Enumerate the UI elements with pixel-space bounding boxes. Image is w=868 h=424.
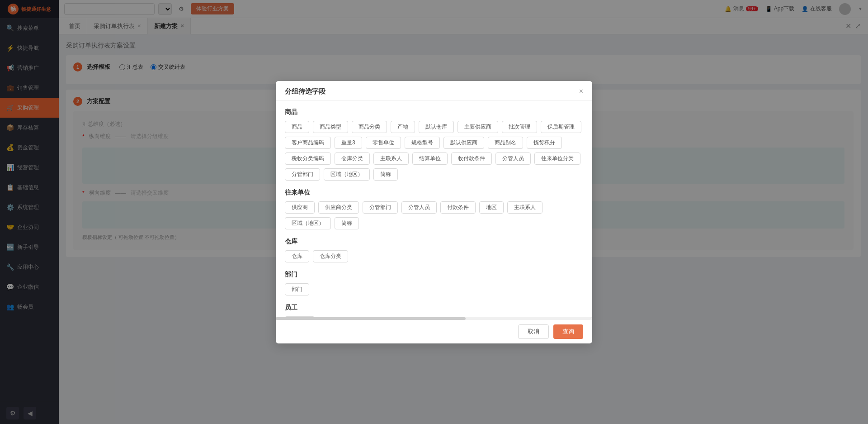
field-tag-0-21[interactable]: 往来单位分类 (534, 152, 580, 165)
modal-header: 分组待选字段 × (276, 81, 592, 101)
field-tag-1-4[interactable]: 付款条件 (440, 201, 476, 214)
field-tag-3-0[interactable]: 部门 (285, 283, 309, 295)
field-group-2: 仓库仓库仓库分类 (285, 238, 583, 262)
field-tag-1-6[interactable]: 主联系人 (507, 201, 542, 214)
field-tag-0-17[interactable]: 主联系人 (373, 152, 409, 165)
field-group-title-1: 往来单位 (285, 189, 583, 197)
field-tag-0-15[interactable]: 税收分类编码 (285, 152, 331, 165)
field-tags-2: 仓库仓库分类 (285, 250, 583, 262)
field-tag-2-1[interactable]: 仓库分类 (313, 250, 348, 262)
modal-scroll-track (276, 317, 592, 319)
modal-scroll-thumb (276, 317, 466, 320)
field-tag-1-3[interactable]: 分管人员 (401, 201, 437, 214)
field-tag-0-1[interactable]: 商品类型 (313, 121, 348, 133)
field-group-1: 往来单位供应商供应商分类分管部门分管人员付款条件地区主联系人区域（地区）简称 (285, 189, 583, 229)
field-select-modal: 分组待选字段 × 商品商品商品类型商品分类产地默认仓库主要供应商批次管理保质期管… (276, 81, 592, 343)
field-group-title-4: 员工 (285, 304, 583, 312)
field-tag-0-5[interactable]: 主要供应商 (458, 121, 498, 133)
field-group-0: 商品商品商品类型商品分类产地默认仓库主要供应商批次管理保质期管理客户商品编码重量… (285, 108, 583, 181)
field-tag-0-16[interactable]: 仓库分类 (335, 152, 370, 165)
field-tag-0-10[interactable]: 零售单位 (366, 137, 401, 149)
field-group-4: 员工业务员 (285, 304, 583, 317)
modal-close-btn[interactable]: × (579, 88, 583, 95)
field-group-title-3: 部门 (285, 271, 583, 279)
modal-body: 商品商品商品类型商品分类产地默认仓库主要供应商批次管理保质期管理客户商品编码重量… (276, 101, 592, 317)
confirm-button[interactable]: 查询 (553, 324, 583, 339)
field-tag-1-8[interactable]: 简称 (335, 217, 359, 229)
field-tags-3: 部门 (285, 283, 583, 295)
field-tag-0-8[interactable]: 客户商品编码 (285, 137, 331, 149)
field-tag-2-0[interactable]: 仓库 (285, 250, 309, 262)
field-tag-0-22[interactable]: 分管部门 (285, 168, 320, 181)
field-group-title-2: 仓库 (285, 238, 583, 246)
field-tag-0-19[interactable]: 收付款条件 (451, 152, 492, 165)
field-tags-0: 商品商品类型商品分类产地默认仓库主要供应商批次管理保质期管理客户商品编码重量3零… (285, 121, 583, 181)
field-tag-0-20[interactable]: 分管人员 (495, 152, 531, 165)
field-tag-1-1[interactable]: 供应商分类 (318, 201, 359, 214)
field-tag-0-11[interactable]: 规格型号 (405, 137, 440, 149)
field-tag-0-2[interactable]: 商品分类 (352, 121, 387, 133)
field-group-3: 部门部门 (285, 271, 583, 295)
field-group-title-0: 商品 (285, 108, 583, 116)
modal-footer: 取消 查询 (276, 319, 592, 343)
field-tag-0-24[interactable]: 简称 (373, 168, 398, 181)
field-tag-0-7[interactable]: 保质期管理 (541, 121, 581, 133)
field-tag-1-5[interactable]: 地区 (479, 201, 504, 214)
cancel-button[interactable]: 取消 (518, 324, 549, 339)
field-tag-0-4[interactable]: 默认仓库 (419, 121, 454, 133)
field-tag-1-0[interactable]: 供应商 (285, 201, 315, 214)
field-tags-1: 供应商供应商分类分管部门分管人员付款条件地区主联系人区域（地区）简称 (285, 201, 583, 229)
field-tag-0-12[interactable]: 默认供应商 (443, 137, 484, 149)
field-tag-1-7[interactable]: 区域（地区） (285, 217, 331, 229)
modal-title: 分组待选字段 (285, 87, 326, 96)
modal-backdrop[interactable]: 分组待选字段 × 商品商品商品类型商品分类产地默认仓库主要供应商批次管理保质期管… (0, 0, 868, 424)
field-tag-0-18[interactable]: 结算单位 (412, 152, 448, 165)
field-tag-0-13[interactable]: 商品别名 (488, 137, 523, 149)
field-tag-0-0[interactable]: 商品 (285, 121, 309, 133)
field-tag-0-3[interactable]: 产地 (391, 121, 415, 133)
field-tag-0-6[interactable]: 批次管理 (502, 121, 537, 133)
field-tag-0-23[interactable]: 区域（地区） (324, 168, 370, 181)
field-tag-0-14[interactable]: 拣货积分 (527, 137, 562, 149)
field-tag-0-9[interactable]: 重量3 (335, 137, 362, 149)
field-tag-1-2[interactable]: 分管部门 (363, 201, 398, 214)
